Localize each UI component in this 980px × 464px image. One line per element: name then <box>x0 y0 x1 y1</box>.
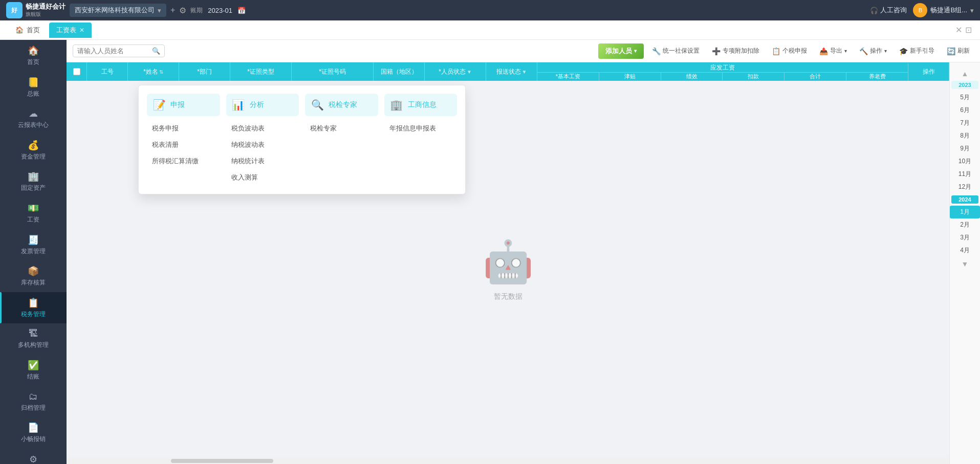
export-label: 导出 <box>830 47 842 55</box>
cal-month-11[interactable]: 11月 <box>950 168 980 181</box>
dropdown-item-income-tax-settlement[interactable]: 所得税汇算清缴 <box>147 153 220 169</box>
expert-icon: 🔍 <box>310 98 324 112</box>
home-icon: 🏠 <box>28 45 39 56</box>
home-icon: 🏠 <box>15 26 24 34</box>
add-company-icon[interactable]: + <box>170 6 175 15</box>
search-input[interactable] <box>77 47 149 55</box>
table-header: 工号 *姓名 ⇅ *部门 *证照类型 *证照号码 <box>67 62 949 81</box>
main-content: 🔍 添加人员 ▾ 🔧 统一社保设置 ➕ 专项附加扣除 📋 个税申报 📤 导出 <box>67 40 980 464</box>
tab-salary-label: 工资表 <box>56 26 76 35</box>
sidebar-item-inventory[interactable]: 📦 库存核算 <box>0 260 67 292</box>
dropdown-col-analysis: 📊 分析 税负波动表 纳税波动表 纳税统计表 <box>226 94 299 186</box>
tab-salary[interactable]: 工资表 ✕ <box>49 23 92 38</box>
th-id-label: 工号 <box>101 68 114 76</box>
toolbar-social-security[interactable]: 🔧 统一社保设置 <box>648 45 704 57</box>
tab-home[interactable]: 🏠 首页 <box>8 23 47 38</box>
cal-month-12[interactable]: 12月 <box>950 181 980 193</box>
cal-month-5[interactable]: 5月 <box>950 91 980 104</box>
sidebar-item-cloud[interactable]: ☁ 云报表中心 <box>0 103 67 135</box>
toolbar-guide[interactable]: 🎓 新手引导 <box>895 45 939 57</box>
cal-month-9[interactable]: 9月 <box>950 142 980 155</box>
toolbar-tax-filing[interactable]: 📋 个税申报 <box>768 45 811 57</box>
window-maximize-icon[interactable]: ⊡ <box>965 25 972 35</box>
th-wage-subs: *基本工资 津贴 绩效 扣款 合 <box>537 73 908 80</box>
sidebar-item-label: 小畅报销 <box>21 435 46 444</box>
dropdown-item-tax-fluctuation[interactable]: 纳税波动表 <box>226 137 299 153</box>
main-layout: 🏠 首页 📒 总账 ☁ 云报表中心 💰 资金管理 🏢 固定资产 💵 工资 🧾 发… <box>0 40 980 464</box>
dropdown-item-income-estimate[interactable]: 收入测算 <box>226 169 299 186</box>
cal-month-8[interactable]: 8月 <box>950 129 980 142</box>
archive-icon: 🗂 <box>29 391 38 402</box>
toolbar-refresh[interactable]: 🔄 刷新 <box>943 45 974 57</box>
select-all-checkbox[interactable] <box>73 68 80 75</box>
sidebar-item-expense[interactable]: 📄 小畅报销 <box>0 417 67 449</box>
cal-month-3[interactable]: 3月 <box>950 231 980 244</box>
th-allowance: 津贴 <box>599 73 661 80</box>
close-account-icon: ✅ <box>28 360 39 371</box>
filter-icon-report[interactable]: ▼ <box>522 69 527 75</box>
user-area[interactable]: B 畅捷通B组... ▾ <box>913 3 974 17</box>
th-deduction: 扣款 <box>723 73 785 80</box>
dropdown-item-tax-stats[interactable]: 纳税统计表 <box>226 153 299 169</box>
company-name: 西安虾米网络科技有限公司 <box>75 6 155 15</box>
assets-icon: 🏢 <box>28 171 39 182</box>
sidebar-item-label: 固定资产 <box>21 184 46 192</box>
sidebar-item-invoice[interactable]: 🧾 发票管理 <box>0 229 67 261</box>
cal-month-2[interactable]: 2月 <box>950 218 980 231</box>
dropdown-item-tax-list[interactable]: 税表清册 <box>147 137 220 153</box>
sidebar-item-label: 首页 <box>27 58 39 67</box>
add-person-button[interactable]: 添加人员 ▾ <box>598 43 644 59</box>
dropdown-col-expert: 🔍 税检专家 税检专家 <box>305 94 378 186</box>
export-arrow-icon: ▾ <box>844 48 847 54</box>
sidebar-item-assets[interactable]: 🏢 固定资产 <box>0 166 67 197</box>
cal-month-4[interactable]: 4月 <box>950 244 980 257</box>
sort-icon[interactable]: ⇅ <box>159 69 163 75</box>
cal-month-7[interactable]: 7月 <box>950 117 980 129</box>
cal-month-10[interactable]: 10月 <box>950 155 980 168</box>
settings-menu-icon: ⚙ <box>29 454 37 464</box>
toolbar-special-deduction[interactable]: ➕ 专项附加扣除 <box>708 45 764 57</box>
scroll-bar[interactable] <box>67 458 949 464</box>
operations-label: 操作 <box>870 47 882 55</box>
sidebar-item-ledger[interactable]: 📒 总账 <box>0 72 67 103</box>
dropdown-col-business: 🏢 工商信息 年报信息申报表 <box>384 94 458 186</box>
sidebar-item-salary[interactable]: 💵 工资 <box>0 197 67 229</box>
service-button[interactable]: 🎧 人工咨询 <box>870 6 907 15</box>
dropdown-col-header-shenBao: 📝 申报 <box>147 94 220 116</box>
cal-month-1-active[interactable]: 1月 <box>950 206 980 218</box>
sidebar-item-label: 云报表中心 <box>18 121 49 129</box>
sidebar-item-label: 归档管理 <box>21 404 46 412</box>
social-security-icon: 🔧 <box>652 47 661 55</box>
company-selector[interactable]: 西安虾米网络科技有限公司 ▾ <box>70 4 166 17</box>
wage-group-label: 应发工资 <box>710 63 735 72</box>
calendar-next-icon[interactable]: ▼ <box>959 259 972 269</box>
sidebar-item-home[interactable]: 🏠 首页 <box>0 40 67 72</box>
deduction-label: 专项附加扣除 <box>723 47 759 55</box>
funds-icon: 💰 <box>28 140 39 151</box>
dropdown-item-tax-filing[interactable]: 税务申报 <box>147 120 220 137</box>
dropdown-item-tax-burden[interactable]: 税负波动表 <box>226 120 299 137</box>
sidebar-item-tax[interactable]: 📋 税务管理 <box>0 292 67 324</box>
sidebar-item-funds[interactable]: 💰 资金管理 <box>0 135 67 166</box>
sidebar-item-close-account[interactable]: ✅ 结账 <box>0 355 67 386</box>
logo-icon: 好 <box>6 2 23 18</box>
cal-month-6[interactable]: 6月 <box>950 104 980 117</box>
sidebar-item-label: 资金管理 <box>21 153 46 161</box>
sidebar-item-settings[interactable]: ⚙ 基础设置 <box>0 449 67 464</box>
dropdown-item-expert[interactable]: 税检专家 <box>305 120 378 137</box>
window-close-icon[interactable]: ✕ <box>955 25 962 35</box>
close-icon[interactable]: ✕ <box>79 27 84 34</box>
calendar-icon[interactable]: 📅 <box>237 7 246 14</box>
filter-icon-status[interactable]: ▼ <box>467 69 472 75</box>
logo-area: 好 畅捷通好会计 旗舰版 <box>6 2 66 18</box>
sidebar-item-archive[interactable]: 🗂 归档管理 <box>0 386 67 417</box>
th-wage-group-title: 应发工资 <box>537 63 908 73</box>
toolbar-operations[interactable]: 🔨 操作 ▾ <box>855 45 891 57</box>
calendar-prev-icon[interactable]: ▲ <box>959 69 972 79</box>
sidebar-item-multiorg[interactable]: 🏗 多机构管理 <box>0 323 67 355</box>
dropdown-item-annual-report[interactable]: 年报信息申报表 <box>384 120 458 137</box>
toolbar-export[interactable]: 📤 导出 ▾ <box>815 45 851 57</box>
th-base-wage: *基本工资 <box>537 73 599 80</box>
scroll-thumb[interactable] <box>171 459 273 463</box>
settings-icon[interactable]: ⚙ <box>179 6 186 15</box>
